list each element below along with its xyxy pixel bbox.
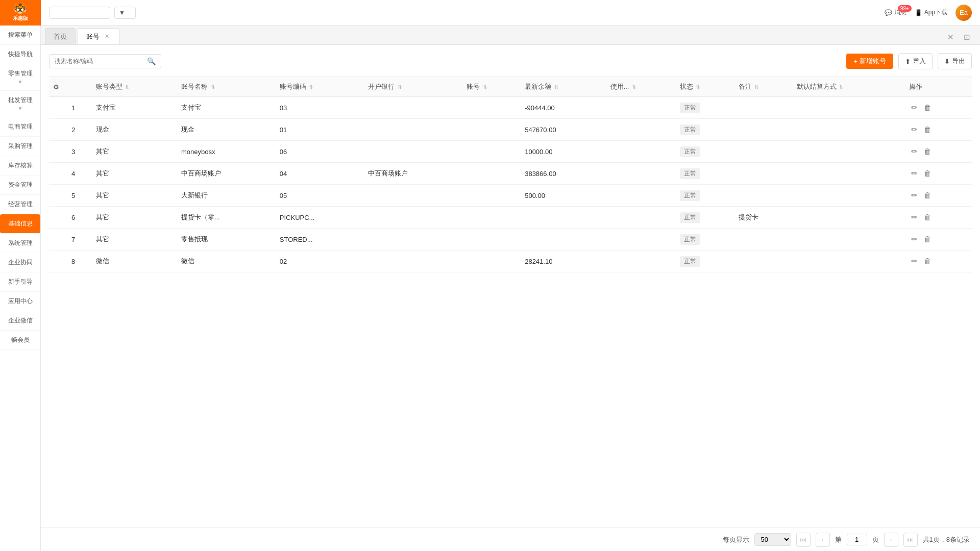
delete-button[interactable]: 🗑 [922, 256, 934, 266]
cell-account [462, 97, 521, 119]
sidebar-item-sys-mgmt[interactable]: 系统管理 [0, 234, 40, 253]
th-bank[interactable]: 开户银行 ⇅ [364, 77, 462, 97]
edit-button[interactable]: ✏ [909, 256, 920, 267]
sidebar-item-retail-mgmt[interactable]: 零售管理 ▼ [0, 64, 40, 91]
user-avatar[interactable]: Ea [955, 5, 972, 21]
sidebar-item-enterprise-wechat[interactable]: 企业微信 [0, 311, 40, 331]
cell-status: 正常 [676, 207, 734, 229]
cell-status: 正常 [676, 185, 734, 207]
add-account-button[interactable]: + 新增账号 [846, 54, 893, 69]
topbar-left: ▼ [49, 7, 136, 19]
table-row: 1 支付宝 支付宝 03 -90444.00 正常 ✏ 🗑 [49, 97, 972, 119]
sidebar-item-label: 批发管理 [3, 96, 38, 105]
sidebar-item-label: 采购管理 [3, 142, 38, 151]
delete-button[interactable]: 🗑 [922, 168, 934, 179]
page-next-button[interactable]: › [884, 533, 898, 547]
status-badge: 正常 [680, 212, 700, 223]
sidebar-item-enterprise-agreement[interactable]: 企业协同 [0, 253, 40, 272]
tabbar-maximize-button[interactable]: ⊡ [960, 30, 974, 44]
sidebar-item-basic-info[interactable]: 基础信息 [0, 214, 40, 234]
app-download-button[interactable]: 📱 App下载 [915, 8, 947, 17]
cell-bank [364, 207, 462, 229]
sidebar-item-wholesale-mgmt[interactable]: 批发管理 ▼ [0, 91, 40, 117]
messages-button[interactable]: 💬 消息 99+ [885, 8, 906, 17]
cell-balance: 383866.00 [521, 163, 606, 185]
page-prev-button[interactable]: ‹ [816, 533, 830, 547]
sidebar-item-funds-mgmt[interactable]: 资金管理 [0, 176, 40, 195]
edit-button[interactable]: ✏ [909, 102, 920, 113]
topbar-search-input[interactable] [49, 7, 110, 19]
import-label: 导入 [913, 57, 926, 66]
edit-button[interactable]: ✏ [909, 190, 920, 201]
sidebar-item-membership[interactable]: 畅会员 [0, 331, 40, 350]
search-input[interactable] [55, 58, 144, 65]
edit-button[interactable]: ✏ [909, 212, 920, 223]
th-type[interactable]: 账号类型 ⇅ [92, 77, 177, 97]
export-icon: ⬇ [944, 58, 950, 65]
tab-home[interactable]: 首页 [45, 28, 76, 44]
cell-usage [606, 163, 676, 185]
th-default-settle[interactable]: 默认结算方式 ⇅ [793, 77, 905, 97]
cell-status: 正常 [676, 97, 734, 119]
sidebar-item-label: 经营管理 [3, 200, 38, 209]
sidebar-item-quick-nav[interactable]: 快捷导航 [0, 45, 40, 64]
th-name[interactable]: 账号名称 ⇅ [177, 77, 276, 97]
th-usage[interactable]: 使用... ⇅ [606, 77, 676, 97]
delete-button[interactable]: 🗑 [922, 234, 934, 244]
add-label: 新增账号 [860, 57, 886, 66]
sidebar-item-new-guide[interactable]: 新手引导 [0, 272, 40, 292]
status-badge: 正常 [680, 146, 700, 157]
delete-button[interactable]: 🗑 [922, 124, 934, 135]
edit-button[interactable]: ✏ [909, 146, 920, 157]
cell-balance: -90444.00 [521, 97, 606, 119]
accounts-table: ⚙ 账号类型 ⇅ 账号名称 ⇅ 账号编码 ⇅ 开户银行 ⇅ 账号 ⇅ 最新余额 … [49, 77, 972, 272]
sidebar-item-inventory[interactable]: 库存核算 [0, 156, 40, 176]
sidebar-item-ops-mgmt[interactable]: 经营管理 [0, 195, 40, 214]
sidebar-item-ecommerce-mgmt[interactable]: 电商管理 [0, 117, 40, 137]
tab-accounts[interactable]: 账号 ✕ [78, 28, 119, 44]
edit-button[interactable]: ✏ [909, 234, 920, 245]
cell-balance [521, 207, 606, 229]
content-panel: 🔍 + 新增账号 ⬆ 导入 ⬇ 导出 [41, 45, 980, 528]
sidebar-item-purchase-mgmt[interactable]: 采购管理 [0, 137, 40, 156]
th-balance[interactable]: 最新余额 ⇅ [521, 77, 606, 97]
logo-icon: 🐯 [14, 4, 27, 14]
sidebar-item-app-center[interactable]: 应用中心 [0, 292, 40, 311]
search-icon: 🔍 [147, 57, 156, 65]
tabbar: 首页 账号 ✕ ✕ ⊡ [41, 26, 980, 45]
sidebar-item-label: 资金管理 [3, 181, 38, 189]
th-account[interactable]: 账号 ⇅ [462, 77, 521, 97]
delete-button[interactable]: 🗑 [922, 102, 934, 113]
app-download-icon: 📱 [915, 9, 922, 16]
cell-num: 2 [67, 119, 92, 141]
th-remark[interactable]: 备注 ⇅ [734, 77, 793, 97]
cell-remark [734, 141, 793, 163]
cell-name: 微信 [177, 251, 276, 272]
th-code[interactable]: 账号编码 ⇅ [276, 77, 364, 97]
cell-status: 正常 [676, 141, 734, 163]
page-first-button[interactable]: ⏮ [796, 533, 811, 547]
page-label: 第 [835, 535, 842, 544]
cell-ops: ✏ 🗑 [905, 163, 972, 185]
delete-button[interactable]: 🗑 [922, 190, 934, 201]
cell-account [462, 251, 521, 272]
delete-button[interactable]: 🗑 [922, 146, 934, 157]
tabbar-close-button[interactable]: ✕ [943, 30, 958, 44]
th-status[interactable]: 状态 ⇅ [676, 77, 734, 97]
status-badge: 正常 [680, 190, 700, 201]
cell-status: 正常 [676, 229, 734, 251]
sidebar-item-search-menu[interactable]: 搜索菜单 [0, 26, 40, 45]
tab-accounts-close[interactable]: ✕ [103, 33, 111, 41]
cell-default-settle [793, 163, 905, 185]
page-input[interactable] [847, 534, 867, 545]
page-last-button[interactable]: ⏭ [903, 533, 918, 547]
page-size-select[interactable]: 50 20 100 [754, 533, 791, 546]
edit-button[interactable]: ✏ [909, 124, 920, 135]
edit-button[interactable]: ✏ [909, 168, 920, 179]
th-gear[interactable]: ⚙ [49, 77, 67, 97]
topbar-dropdown[interactable]: ▼ [114, 7, 136, 19]
sidebar-item-label: 企业微信 [3, 316, 38, 325]
export-button[interactable]: ⬇ 导出 [938, 53, 972, 69]
import-button[interactable]: ⬆ 导入 [898, 53, 933, 69]
delete-button[interactable]: 🗑 [922, 212, 934, 222]
